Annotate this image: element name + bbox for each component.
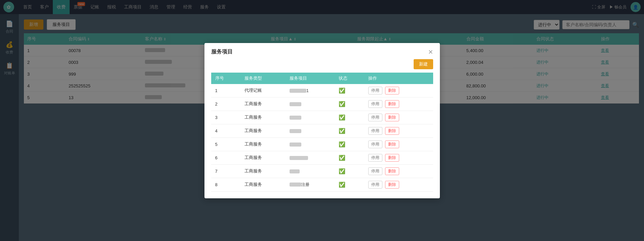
modal-header: 服务项目 ✕	[204, 43, 440, 59]
modal-cell-status: ✅	[335, 124, 364, 137]
modal-col-action: 操作	[364, 73, 433, 84]
modal-cell-type: 工商服务	[240, 137, 286, 151]
modal-cell-action[interactable]: 停用 删除	[364, 137, 433, 151]
delete-button[interactable]: 删除	[385, 100, 399, 108]
list-item: 5 工商服务 ✅ 停用 删除	[211, 137, 433, 151]
disable-button[interactable]: 停用	[368, 100, 382, 108]
modal-cell-seq: 7	[211, 164, 241, 178]
modal-col-seq: 序号	[211, 73, 241, 84]
modal-cell-type: 工商服务	[240, 97, 286, 111]
modal-cell-item	[286, 124, 335, 137]
modal-cell-item	[286, 111, 335, 124]
service-modal: 服务项目 ✕ 新建 序号 服务类型 服务项目 状态 操作 1 代理记账	[204, 43, 440, 198]
modal-col-status: 状态	[335, 73, 364, 84]
modal-cell-type: 工商服务	[240, 124, 286, 137]
modal-cell-status: ✅	[335, 84, 364, 97]
modal-cell-status: ✅	[335, 97, 364, 111]
list-item: 3 工商服务 ✅ 停用 删除	[211, 111, 433, 124]
modal-cell-status: ✅	[335, 137, 364, 151]
delete-button[interactable]: 删除	[385, 181, 399, 189]
disable-button[interactable]: 停用	[368, 181, 382, 189]
service-table: 序号 服务类型 服务项目 状态 操作 1 代理记账 1 ✅ 停用 删除 2 工商…	[211, 73, 433, 192]
modal-cell-seq: 5	[211, 137, 241, 151]
modal-cell-status: ✅	[335, 111, 364, 124]
modal-close-button[interactable]: ✕	[428, 48, 433, 56]
modal-col-item: 服务项目	[286, 73, 335, 84]
disable-button[interactable]: 停用	[368, 114, 382, 121]
disable-button[interactable]: 停用	[368, 167, 382, 175]
list-item: 7 工商服务 ✅ 停用 删除	[211, 164, 433, 178]
modal-new-button[interactable]: 新建	[414, 59, 433, 69]
modal-cell-seq: 6	[211, 151, 241, 164]
modal-cell-item: 1	[286, 84, 335, 97]
modal-cell-type: 工商服务	[240, 178, 286, 191]
modal-cell-action[interactable]: 停用 删除	[364, 97, 433, 111]
modal-cell-action[interactable]: 停用 删除	[364, 84, 433, 97]
disable-button[interactable]: 停用	[368, 127, 382, 135]
list-item: 6 工商服务 ✅ 停用 删除	[211, 151, 433, 164]
modal-cell-status: ✅	[335, 164, 364, 178]
delete-button[interactable]: 删除	[385, 154, 399, 162]
modal-cell-status: ✅	[335, 151, 364, 164]
list-item: 4 工商服务 ✅ 停用 删除	[211, 124, 433, 137]
modal-title: 服务项目	[211, 48, 233, 55]
delete-button[interactable]: 删除	[385, 87, 399, 94]
disable-button[interactable]: 停用	[368, 154, 382, 162]
modal-cell-seq: 3	[211, 111, 241, 124]
modal-cell-item: 注册	[286, 178, 335, 191]
modal-cell-seq: 2	[211, 97, 241, 111]
disable-button[interactable]: 停用	[368, 140, 382, 148]
modal-col-type: 服务类型	[240, 73, 286, 84]
modal-cell-status: ✅	[335, 178, 364, 191]
delete-button[interactable]: 删除	[385, 167, 399, 175]
modal-cell-item	[286, 151, 335, 164]
modal-cell-type: 工商服务	[240, 151, 286, 164]
modal-overlay: 服务项目 ✕ 新建 序号 服务类型 服务项目 状态 操作 1 代理记账	[0, 0, 644, 241]
modal-cell-action[interactable]: 停用 删除	[364, 178, 433, 191]
modal-cell-action[interactable]: 停用 删除	[364, 111, 433, 124]
list-item: 1 代理记账 1 ✅ 停用 删除	[211, 84, 433, 97]
modal-cell-action[interactable]: 停用 删除	[364, 164, 433, 178]
modal-cell-type: 工商服务	[240, 164, 286, 178]
list-item: 8 工商服务 注册 ✅ 停用 删除	[211, 178, 433, 191]
modal-cell-item	[286, 164, 335, 178]
modal-cell-item	[286, 137, 335, 151]
modal-cell-seq: 8	[211, 178, 241, 191]
disable-button[interactable]: 停用	[368, 87, 382, 94]
modal-toolbar: 新建	[204, 59, 440, 73]
modal-cell-action[interactable]: 停用 删除	[364, 151, 433, 164]
list-item: 2 工商服务 ✅ 停用 删除	[211, 97, 433, 111]
modal-cell-item	[286, 97, 335, 111]
modal-cell-type: 代理记账	[240, 84, 286, 97]
delete-button[interactable]: 删除	[385, 127, 399, 135]
modal-cell-action[interactable]: 停用 删除	[364, 124, 433, 137]
delete-button[interactable]: 删除	[385, 114, 399, 121]
delete-button[interactable]: 删除	[385, 140, 399, 148]
modal-cell-type: 工商服务	[240, 111, 286, 124]
modal-cell-seq: 4	[211, 124, 241, 137]
modal-body: 序号 服务类型 服务项目 状态 操作 1 代理记账 1 ✅ 停用 删除 2 工商…	[204, 73, 440, 198]
modal-cell-seq: 1	[211, 84, 241, 97]
